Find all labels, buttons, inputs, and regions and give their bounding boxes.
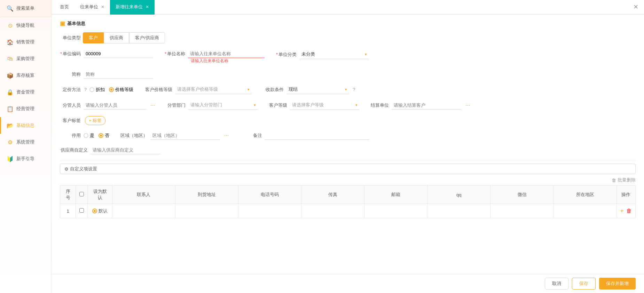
sidebar-item-label: 系统管理 bbox=[16, 139, 34, 145]
sidebar-item-finance[interactable]: 🔒 资金管理 bbox=[0, 84, 51, 100]
settlement-more-btn[interactable]: ··· bbox=[464, 102, 471, 108]
disabled-radio-yes[interactable]: 是 bbox=[84, 132, 94, 139]
remark-input[interactable] bbox=[265, 131, 369, 140]
row-email[interactable] bbox=[364, 204, 427, 218]
row-qq[interactable] bbox=[427, 204, 490, 218]
fax-input[interactable] bbox=[305, 207, 361, 215]
default-radio-wrapper: 默认 bbox=[91, 208, 108, 214]
col-qq: qq bbox=[427, 186, 490, 204]
contact-input[interactable] bbox=[116, 207, 172, 215]
type-btn-both[interactable]: 客户/供应商 bbox=[129, 32, 165, 43]
unit-category-field: *单位分类 未分类 ▾ bbox=[276, 50, 369, 59]
unit-name-input[interactable] bbox=[188, 50, 265, 58]
remark-label: 备注 bbox=[241, 132, 262, 139]
default-radio[interactable] bbox=[92, 209, 97, 213]
tab-new-partner[interactable]: 新增往来单位 ✕ bbox=[110, 0, 155, 15]
short-name-input[interactable] bbox=[84, 70, 153, 79]
disabled-field: 停用 是 否 bbox=[60, 132, 109, 139]
type-btn-customer[interactable]: 客户 bbox=[83, 32, 104, 43]
disabled-row: 停用 是 否 区域（地区） ··· bbox=[60, 131, 636, 140]
tab-home-label: 首页 bbox=[60, 4, 69, 10]
row-wechat[interactable] bbox=[490, 204, 553, 218]
save-button[interactable]: 保存 bbox=[572, 278, 596, 290]
col-email: 邮箱 bbox=[364, 186, 427, 204]
region-input[interactable] bbox=[150, 131, 220, 140]
customer-price-field: 客户价格等级 请选择客户价格等级 ▾ bbox=[144, 85, 252, 94]
row-phone[interactable] bbox=[238, 204, 301, 218]
content-area: ▣ 基本信息 单位类型 客户 供应商 客户/供应商 *单位编码 *单位 bbox=[52, 15, 644, 274]
yes-radio-circle bbox=[84, 133, 88, 138]
supplier-custom-input[interactable] bbox=[91, 146, 160, 154]
sidebar-item-purchase[interactable]: 🛍 采购管理 bbox=[0, 50, 51, 67]
pricing-radio-level[interactable]: 价格等级 bbox=[109, 87, 133, 93]
unit-type-label: 单位类型 bbox=[60, 35, 81, 41]
sidebar-item-sales[interactable]: 🏠 销售管理 bbox=[0, 34, 51, 50]
unit-category-select[interactable]: 未分类 ▾ bbox=[299, 50, 369, 59]
row-add-btn[interactable]: + bbox=[620, 208, 623, 214]
disabled-radio-no[interactable]: 否 bbox=[99, 132, 109, 139]
region-field: 区域（地区） ··· bbox=[120, 131, 230, 140]
sidebar-item-newbie[interactable]: 🔰 新手引导 bbox=[0, 150, 51, 167]
save-new-button[interactable]: 保存并新增 bbox=[599, 278, 636, 290]
manager-more-btn[interactable]: ··· bbox=[149, 102, 156, 108]
short-name-field: 简称 bbox=[60, 70, 153, 79]
manager-input[interactable] bbox=[84, 101, 146, 109]
sidebar-item-system[interactable]: ⚙ 系统管理 bbox=[0, 134, 51, 150]
tabs-close-all[interactable]: ✕ bbox=[630, 3, 641, 11]
email-input[interactable] bbox=[368, 207, 424, 215]
sidebar-item-inventory[interactable]: 📦 库存核算 bbox=[0, 67, 51, 84]
tab-home[interactable]: 首页 bbox=[54, 0, 74, 15]
address-input[interactable] bbox=[179, 207, 235, 215]
row-region[interactable] bbox=[553, 204, 616, 218]
sidebar-item-basic[interactable]: 📂 基础信息 bbox=[0, 117, 51, 134]
tab-partner[interactable]: 往来单位 ✕ bbox=[74, 0, 110, 15]
phone-input[interactable] bbox=[242, 207, 298, 215]
row-checkbox[interactable] bbox=[79, 208, 84, 213]
sidebar-item-search[interactable]: 🔍 搜索菜单 bbox=[0, 0, 51, 17]
unit-category-value: 未分类 bbox=[301, 51, 365, 57]
custom-settings-btn[interactable]: ⚙ 自定义项设置 bbox=[60, 164, 636, 174]
tab-partner-close[interactable]: ✕ bbox=[101, 5, 104, 9]
unit-name-label: *单位名称 bbox=[164, 51, 185, 57]
supplier-custom-row: 供应商自定义 bbox=[60, 146, 636, 154]
region-cell-input[interactable] bbox=[557, 207, 613, 215]
col-no: 序号 bbox=[60, 186, 76, 204]
cancel-button[interactable]: 取消 bbox=[545, 278, 568, 290]
sidebar-item-quicknav[interactable]: ⊙ 快捷导航 bbox=[0, 17, 51, 34]
pricing-radio-discount[interactable]: 折扣 bbox=[89, 87, 105, 93]
table-body: 1 默认 bbox=[60, 204, 636, 218]
row-delete-btn[interactable]: 🗑 bbox=[626, 208, 632, 214]
pricing-help-icon[interactable]: ? bbox=[84, 87, 87, 92]
select-all-checkbox[interactable] bbox=[79, 192, 84, 196]
table-header-row: 序号 设为默认 联系人 到货地址 电话号码 传真 邮箱 qq 微信 所在地区 操… bbox=[60, 186, 636, 204]
region-more-btn[interactable]: ··· bbox=[223, 132, 230, 139]
management-icon: 📋 bbox=[7, 105, 14, 112]
discount-label: 折扣 bbox=[96, 87, 105, 93]
col-fax: 传真 bbox=[301, 186, 364, 204]
type-btn-supplier[interactable]: 供应商 bbox=[104, 32, 129, 43]
tab-new-partner-close[interactable]: ✕ bbox=[146, 5, 149, 9]
tags-field: 客户标签 + 标签 bbox=[60, 116, 105, 125]
row-contact[interactable] bbox=[112, 204, 175, 218]
sidebar-item-management[interactable]: 📋 经营管理 bbox=[0, 100, 51, 117]
add-tag-label: + 标签 bbox=[89, 117, 102, 124]
customer-price-select[interactable]: 请选择客户价格等级 ▾ bbox=[175, 85, 252, 94]
payment-select[interactable]: 现结 ▾ bbox=[286, 85, 349, 94]
row-address[interactable] bbox=[175, 204, 238, 218]
customer-level-select[interactable]: 请选择客户等级 ▾ bbox=[290, 100, 360, 110]
add-tag-btn[interactable]: + 标签 bbox=[85, 116, 105, 125]
row-fax[interactable] bbox=[301, 204, 364, 218]
manager-field: 分管人员 ··· bbox=[60, 101, 156, 109]
qq-input[interactable] bbox=[431, 207, 487, 215]
unit-code-input[interactable] bbox=[84, 50, 153, 58]
basic-icon: 📂 bbox=[7, 122, 14, 129]
manager-label: 分管人员 bbox=[60, 102, 81, 108]
dept-select[interactable]: 请输入分管部门 ▾ bbox=[188, 100, 258, 110]
level-radio-circle bbox=[109, 87, 114, 92]
finance-icon: 🔒 bbox=[7, 89, 14, 96]
batch-delete-btn[interactable]: 🗑 批量删除 bbox=[612, 177, 636, 183]
payment-help-icon[interactable]: ? bbox=[353, 87, 355, 92]
wechat-input[interactable] bbox=[494, 207, 550, 215]
settlement-input[interactable] bbox=[392, 101, 461, 109]
dept-label: 分管部门 bbox=[165, 102, 186, 108]
